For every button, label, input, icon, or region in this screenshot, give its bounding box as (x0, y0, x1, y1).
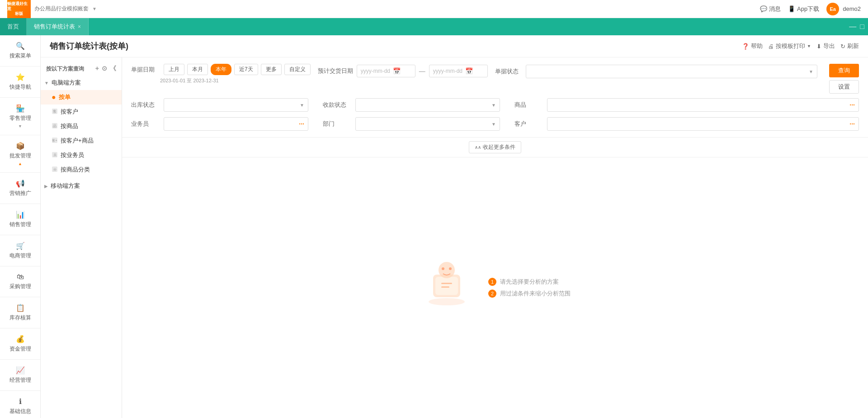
print-label: 按模板打印 (776, 42, 805, 50)
sidebar-item-inventory[interactable]: 📋 库存核算 (0, 297, 40, 328)
nav-icon: ⭐ (16, 73, 25, 81)
tree-item-by-customer-goods[interactable]: 客+ 按客户+商品 (41, 133, 122, 148)
sidebar-item-search[interactable]: 🔍 搜索菜单 (0, 35, 40, 66)
sidebar-item-operation[interactable]: 📈 经营管理 (0, 360, 40, 391)
sidebar-item-ecommerce[interactable]: 🛒 电商管理 (0, 235, 40, 266)
expected-date-start[interactable]: yyyy-mm-dd 📅 (357, 65, 415, 77)
ship-status-label: 出库状态 (131, 101, 158, 109)
sidebar-item-sales[interactable]: 📊 销售管理 (0, 204, 40, 235)
finance-icon: 💰 (16, 335, 25, 343)
sidebar-item-wholesale[interactable]: 📦 批发管理 ▲ (0, 135, 40, 173)
panel-add-btn[interactable]: + (95, 65, 99, 73)
svg-point-13 (439, 262, 455, 278)
svg-rect-12 (435, 277, 458, 295)
sidebar-item-retail[interactable]: 🏪 零售管理 ▼ (0, 98, 40, 135)
panel-collapse-btn[interactable]: 《 (110, 65, 116, 73)
ship-status-select[interactable]: ▼ (164, 98, 308, 112)
tree-item-by-order[interactable]: ● 按单 (41, 90, 122, 104)
tab-home[interactable]: 首页 (0, 18, 27, 35)
filter-area: 单据日期 上月 本月 本年 近7天 更多 自定义 (122, 57, 868, 138)
svg-text:客: 客 (53, 109, 57, 114)
sidebar: 🔍 搜索菜单 ⭐ 快捷导航 🏪 零售管理 ▼ 📦 批发管理 ▲ 📢 营销推广 📊… (0, 35, 41, 418)
tab-sales-order[interactable]: 销售订单统计表 × (27, 18, 89, 35)
sidebar-purchase-label: 采购管理 (9, 283, 31, 290)
page-actions: ❓ 帮助 🖨 按模板打印 ▼ ⬇ 导出 ↻ 刷新 (742, 42, 859, 50)
app-title-arrow[interactable]: ▼ (92, 6, 97, 11)
sidebar-basic-label: 基础信息 (9, 408, 31, 415)
header-right: 💬 消息 📱 App下载 Ea demo2 (760, 3, 861, 15)
salesman-select[interactable]: ··· (164, 117, 308, 131)
tree-item-by-salesman[interactable]: 员 按业务员 (41, 148, 122, 162)
goods-more-icon: ··· (849, 101, 855, 109)
tree-item-by-order-label: 按单 (59, 93, 71, 101)
app-download-btn[interactable]: 📱 App下载 (788, 5, 819, 13)
ecommerce-icon: 🛒 (16, 242, 25, 250)
customer-select[interactable]: ··· (547, 117, 859, 131)
by-salesman-icon: 员 (52, 152, 58, 159)
query-btn[interactable]: 查询 (829, 64, 859, 77)
date-btn-7days[interactable]: 近7天 (234, 64, 258, 75)
empty-tip-1: 1 请先选择要分析的方案 (488, 278, 571, 286)
sidebar-finance-label: 资金管理 (9, 345, 31, 353)
tree-item-by-customer[interactable]: 客 按客户 (41, 104, 122, 119)
goods-select[interactable]: ··· (547, 98, 859, 112)
panel-header-label: 按以下方案查询 (46, 65, 84, 73)
expected-date-end[interactable]: yyyy-mm-dd 📅 (429, 65, 488, 77)
panel-header: 按以下方案查询 + ⊙ 《 (41, 62, 122, 76)
sidebar-item-finance[interactable]: 💰 资金管理 (0, 328, 40, 360)
help-icon: ❓ (742, 43, 749, 50)
collapse-btn[interactable]: ∧∧ 收起更多条件 (469, 141, 521, 153)
payment-status-label: 收款状态 (323, 101, 350, 109)
sidebar-nav-label: 快捷导航 (9, 83, 31, 91)
sidebar-sales-label: 销售管理 (9, 221, 31, 228)
status-select[interactable]: ▼ (526, 65, 817, 78)
export-label: 导出 (823, 42, 835, 50)
sidebar-item-marketing[interactable]: 📢 营销推广 (0, 173, 40, 204)
print-btn[interactable]: 🖨 按模板打印 ▼ (768, 42, 811, 50)
dept-select[interactable]: ▼ (355, 117, 500, 131)
setting-btn[interactable]: 设置 (829, 80, 859, 94)
svg-point-14 (442, 267, 444, 270)
help-label: 帮助 (751, 42, 763, 50)
refresh-btn[interactable]: ↻ 刷新 (840, 42, 859, 50)
sidebar-item-nav[interactable]: ⭐ 快捷导航 (0, 66, 40, 98)
svg-text:员: 员 (53, 153, 57, 157)
tab-bar: 首页 销售订单统计表 × — □ (0, 18, 868, 35)
tab-minimize-btn[interactable]: — (849, 23, 856, 31)
avatar-text: Ea (830, 6, 836, 12)
date-btn-this-month[interactable]: 本月 (187, 64, 208, 75)
tree-item-by-category-label: 按商品分类 (61, 166, 90, 174)
export-btn[interactable]: ⬇ 导出 (816, 42, 835, 50)
message-btn[interactable]: 💬 消息 (760, 5, 781, 13)
empty-content: 1 请先选择要分析的方案 2 用过滤条件来缩小分析范围 (420, 256, 571, 319)
date-label: 单据日期 (131, 66, 158, 74)
date-btn-custom[interactable]: 自定义 (284, 64, 311, 75)
tree-mobile-section[interactable]: ▶ 移动端方案 (41, 179, 122, 193)
tree-pc-section[interactable]: ▼ 电脑端方案 (41, 76, 122, 90)
help-btn[interactable]: ❓ 帮助 (742, 42, 763, 50)
tab-close-btn[interactable]: × (78, 24, 81, 30)
left-panel: 按以下方案查询 + ⊙ 《 ▼ 电脑端方案 ● 按单 (41, 57, 122, 418)
tree-item-by-category[interactable]: 分 按商品分类 (41, 162, 122, 177)
wholesale-arrow-icon: ▲ (18, 162, 22, 166)
date-btn-last-month[interactable]: 上月 (164, 64, 184, 75)
panel-edit-btn[interactable]: ⊙ (102, 65, 107, 73)
svg-point-10 (429, 298, 465, 305)
svg-text:品: 品 (53, 124, 57, 128)
tree-item-by-goods[interactable]: 品 按商品 (41, 119, 122, 133)
customer-more-icon: ··· (849, 120, 855, 128)
sidebar-item-purchase[interactable]: 🛍 采购管理 (0, 266, 40, 297)
user-area[interactable]: Ea demo2 (826, 3, 861, 15)
top-header: 畅捷通好生意 标版 办公用品行业模拟账套 ▼ 💬 消息 📱 App下载 Ea d… (0, 0, 868, 18)
tab-maximize-btn[interactable]: □ (860, 23, 864, 31)
sidebar-item-basic[interactable]: ℹ 基础信息 (0, 391, 40, 418)
date-btn-more[interactable]: 更多 (261, 64, 282, 75)
date-btn-this-year[interactable]: 本年 (211, 64, 231, 75)
dept-label: 部门 (323, 120, 350, 128)
svg-rect-16 (441, 283, 452, 284)
logo: 畅捷通好生意 标版 (7, 0, 31, 18)
inner-layout: 按以下方案查询 + ⊙ 《 ▼ 电脑端方案 ● 按单 (41, 57, 868, 418)
collapse-arrow-icon: ∧∧ (475, 145, 481, 150)
date-range-text: 2023-01-01 至 2023-12-31 (160, 78, 219, 83)
payment-status-select[interactable]: ▼ (355, 98, 500, 112)
